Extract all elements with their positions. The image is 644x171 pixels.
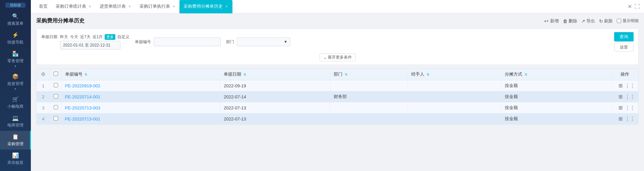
sidebar-item-finance[interactable]: 💰 资金管理 <box>0 168 31 171</box>
doc-no-input[interactable] <box>154 37 221 46</box>
sidebar-item-quick-nav-label: 快捷导航 <box>7 39 23 45</box>
search-button[interactable]: 查询 <box>614 32 634 41</box>
tab-inbound-stats-label: 进货单统计表 <box>100 3 126 9</box>
sort-method-icon[interactable]: ⇅ <box>525 73 527 76</box>
doc-no-label: 单据编号 <box>135 39 151 45</box>
add-button[interactable]: + + 新增 <box>544 18 559 24</box>
column-settings-icon[interactable]: ⚙ <box>41 71 45 77</box>
sidebar-item-purchase[interactable]: 📋 采购管理 <box>0 131 31 150</box>
filter-button-group: 查询 设置 <box>614 32 634 52</box>
tab-purchase-order-exec[interactable]: 采购订单执行表 × <box>136 0 179 13</box>
search-menu-icon: 🔍 <box>12 13 19 19</box>
page-title: 采购费用分摊单历史 <box>36 17 85 24</box>
row-checkbox-3[interactable] <box>50 113 61 124</box>
sidebar-item-wholesale[interactable]: 📦 批发管理 ▼ <box>0 71 31 93</box>
date-shortcuts: 昨天 今天 近7天 近1月 更多 自定义 <box>60 34 129 40</box>
sort-dept-icon[interactable]: ⇅ <box>345 73 347 76</box>
sidebar-item-search[interactable]: 🔍 搜索菜单 <box>0 10 31 29</box>
tab-purchase-order-exec-label: 采购订单执行表 <box>140 3 170 9</box>
th-settings: ⚙ <box>37 69 50 80</box>
th-method: 分摊方式 ⇅ <box>501 69 611 80</box>
row-date-0: 2022-09-19 <box>220 80 330 91</box>
row-method-1: 按金额 <box>501 91 611 102</box>
date-filter-area: 昨天 今天 近7天 近1月 更多 自定义 <box>60 34 129 50</box>
row-edit-icon-1[interactable]: ⊞ <box>619 94 623 100</box>
tab-purchase-order-exec-close[interactable]: × <box>172 4 175 8</box>
sidebar-item-retail[interactable]: 🏪 零售管理 ▼ <box>0 48 31 71</box>
row-select-2[interactable] <box>54 105 58 109</box>
tab-purchase-cost-history[interactable]: 采购费用分摊单历史 × <box>179 0 232 13</box>
export-button[interactable]: ↗ 导出 <box>581 18 595 24</box>
sidebar-item-wholesale-label: 批发管理 <box>7 81 23 87</box>
export-label: 导出 <box>586 18 595 24</box>
row-num-3: 4 <box>37 113 50 124</box>
row-num-0: 1 <box>37 80 50 91</box>
delete-button[interactable]: 🗑 删除 <box>563 18 577 24</box>
sidebar-item-ecommerce-small[interactable]: 🛒 小畅电商 <box>0 93 31 112</box>
select-all-checkbox[interactable] <box>54 72 58 76</box>
row-date-1: 2022-07-14 <box>220 91 330 102</box>
row-method-2: 按金额 <box>501 102 611 113</box>
tab-inbound-stats-close[interactable]: × <box>128 4 131 8</box>
row-more-icon-3[interactable]: ⋮⋮ <box>625 116 635 122</box>
close-window-icon[interactable]: ✕ <box>628 3 632 10</box>
row-more-icon-0[interactable]: ⋮⋮ <box>625 83 635 89</box>
th-actions-label: 操作 <box>621 72 629 77</box>
shortcut-today[interactable]: 今天 <box>70 34 78 40</box>
doc-no-link-3[interactable]: PE-20220713-001 <box>65 116 101 121</box>
sidebar-item-purchase-label: 采购管理 <box>7 141 23 147</box>
tab-inbound-stats[interactable]: 进货单统计表 × <box>96 0 135 13</box>
table-row: 2 PE-20220714-001 2022-07-14 财务部 按金额 ⊞ ⋮… <box>37 91 638 102</box>
sort-date-icon[interactable]: ⇅ <box>244 73 246 76</box>
row-checkbox-2[interactable] <box>50 102 61 113</box>
row-edit-icon-2[interactable]: ⊞ <box>619 105 623 111</box>
th-handler: 经手人 ⇅ <box>408 69 501 80</box>
row-select-1[interactable] <box>54 94 58 98</box>
filter-settings-button[interactable]: 设置 <box>614 43 634 52</box>
toolbar: + + 新增 🗑 删除 ↗ 导出 ↻ 刷新 显示明细 <box>544 18 639 24</box>
sidebar-item-quick-nav[interactable]: ⚡ 快捷导航 <box>0 29 31 48</box>
shortcut-7days[interactable]: 近7天 <box>80 34 91 40</box>
chevron-down-icon-2: ▼ <box>14 87 17 91</box>
row-edit-icon-0[interactable]: ⊞ <box>619 83 623 89</box>
shortcut-1month[interactable]: 近1月 <box>93 34 103 40</box>
row-select-3[interactable] <box>54 116 58 120</box>
doc-no-link-1[interactable]: PE-20220714-001 <box>65 94 101 99</box>
row-more-icon-1[interactable]: ⋮⋮ <box>625 94 635 100</box>
doc-no-link-2[interactable]: PE-20220713-003 <box>65 105 101 110</box>
row-dept-2 <box>330 102 408 113</box>
tab-purchase-order-stats-close[interactable]: × <box>88 4 92 8</box>
show-cols-label: 显示明细 <box>623 18 639 24</box>
sidebar-item-inventory[interactable]: 📊 库存核算 <box>0 150 31 168</box>
wholesale-icon: 📦 <box>12 73 19 80</box>
date-range-input[interactable] <box>60 41 120 50</box>
doc-no-link-0[interactable]: PE-20220919-002 <box>65 83 101 88</box>
shortcut-custom[interactable]: 自定义 <box>117 34 129 40</box>
date-filter-label: 单据日期 <box>41 34 57 40</box>
row-checkbox-1[interactable] <box>50 91 61 102</box>
dept-select[interactable]: ▼ <box>237 37 290 46</box>
tab-purchase-order-stats[interactable]: 采购订单统计表 × <box>52 0 96 13</box>
refresh-button[interactable]: ↻ 刷新 <box>599 18 613 24</box>
sort-handler-icon[interactable]: ⇅ <box>427 73 429 76</box>
th-checkbox <box>50 69 61 80</box>
tab-purchase-cost-history-close[interactable]: × <box>225 4 228 8</box>
sidebar-item-ecommerce-mgmt[interactable]: 💻 电商管理 <box>0 112 31 131</box>
show-cols-checkbox[interactable] <box>617 19 621 23</box>
expand-conditions-button[interactable]: ⌄ 展开更多条件 <box>320 54 356 61</box>
quick-nav-icon: ⚡ <box>12 32 19 38</box>
dept-label: 部门 <box>226 39 234 45</box>
row-select-0[interactable] <box>54 83 58 87</box>
th-actions: 操作 <box>611 69 638 80</box>
row-checkbox-0[interactable] <box>50 80 61 91</box>
sort-doc-no-icon[interactable]: ⇅ <box>85 73 87 76</box>
row-more-icon-2[interactable]: ⋮⋮ <box>625 105 635 111</box>
row-edit-icon-3[interactable]: ⊞ <box>619 116 623 122</box>
sidebar-item-ecommerce-small-label: 小畅电商 <box>7 104 23 109</box>
tab-home[interactable]: 首页 <box>35 0 52 13</box>
row-handler-2 <box>408 102 501 113</box>
tab-purchase-cost-history-label: 采购费用分摊单历史 <box>183 3 223 9</box>
shortcut-yesterday[interactable]: 昨天 <box>60 34 68 40</box>
shortcut-more[interactable]: 更多 <box>105 34 115 40</box>
expand-window-icon[interactable]: ⛶ <box>635 4 640 10</box>
